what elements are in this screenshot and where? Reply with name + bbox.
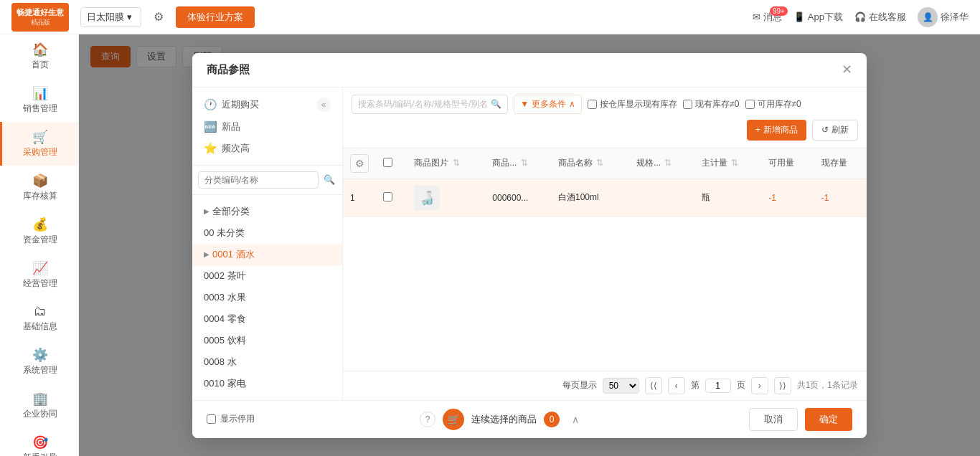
- category-item-0002[interactable]: 0002 茶叶: [192, 265, 342, 287]
- settings-icon[interactable]: ⚙: [147, 6, 170, 29]
- checkbox-warehouse-stock-label: 按仓库显示现有库存: [600, 98, 677, 110]
- sidebar-item-operation[interactable]: 📈 经营管理: [0, 253, 78, 297]
- sidebar-item-finance[interactable]: 💰 资金管理: [0, 209, 78, 253]
- category-item-00[interactable]: 00 未分类: [192, 222, 342, 244]
- modal-body: 🕐 近期购买 « 🆕 新品 ⭐ 频次高: [192, 87, 867, 400]
- sidebar-item-enterprise[interactable]: 🏢 企业协同: [0, 384, 78, 427]
- table-settings-icon[interactable]: ⚙: [350, 154, 369, 173]
- product-table: ⚙ 商品图片 ⇅: [343, 148, 867, 217]
- show-disabled-checkbox[interactable]: 显示停用: [207, 413, 255, 425]
- category-item-0001[interactable]: ▶ 0001 酒水: [192, 244, 342, 265]
- table-row[interactable]: 1 🍶 000600... 白酒100ml: [343, 179, 867, 217]
- page-next-btn[interactable]: ›: [751, 377, 768, 394]
- modal-product-ref: 商品参照 ✕ 🕐 近期购买 « �: [192, 53, 867, 438]
- help-icon[interactable]: ?: [420, 412, 435, 427]
- cancel-button[interactable]: 取消: [749, 408, 798, 431]
- page-last-btn[interactable]: ⟩⟩: [774, 377, 791, 394]
- experience-btn[interactable]: 体验行业方案: [176, 6, 255, 28]
- select-all-checkbox[interactable]: [383, 158, 392, 167]
- modal-right-panel: 搜索条码/编码/名称/规格型号/别名 🔍 ▼ 更多条件 ∧ 按仓库显示现有库存: [343, 87, 867, 400]
- per-page-label: 每页显示: [562, 379, 597, 391]
- modal-footer: 显示停用 ? 🛒 连续选择的商品 0 ∧ 取消 确定: [192, 400, 867, 438]
- checkbox-nonzero-stock[interactable]: 现有库存≠0: [683, 98, 739, 110]
- sidebar-label-system: 系统管理: [23, 364, 57, 376]
- nav-item-recent[interactable]: 🕐 近期购买 «: [198, 93, 336, 116]
- sidebar-label-basic: 基础信息: [23, 320, 57, 333]
- sidebar-item-inventory[interactable]: 📦 库存核算: [0, 166, 78, 209]
- sidebar-item-newguide[interactable]: 🎯 新手引导: [0, 427, 78, 456]
- page-prev-btn[interactable]: ‹: [668, 377, 685, 394]
- row-image: 🍶: [407, 179, 485, 217]
- checkbox-nonzero-stock-input[interactable]: [683, 100, 692, 109]
- messages-btn[interactable]: ✉ 消息 99+: [753, 11, 782, 24]
- th-name: 商品名称 ⇅: [551, 148, 629, 179]
- confirm-button[interactable]: 确定: [805, 408, 852, 431]
- page-first-btn[interactable]: ⟨⟨: [645, 377, 662, 394]
- product-search-field[interactable]: 搜索条码/编码/名称/规格型号/别名 🔍: [352, 95, 508, 114]
- category-label-0008: 0008 水: [204, 356, 237, 369]
- sidebar-item-sales[interactable]: 📊 销售管理: [0, 78, 78, 122]
- category-item-all[interactable]: ▶ 全部分类: [192, 201, 342, 222]
- th-code-label: 商品...: [492, 158, 517, 168]
- nav-item-new[interactable]: 🆕 新品: [198, 116, 336, 138]
- logo-title: 畅捷通好生意: [17, 7, 64, 18]
- avatar: 👤: [918, 7, 938, 27]
- app-download-btn[interactable]: 📱 App下载: [793, 11, 843, 24]
- category-label-0001: 0001 酒水: [212, 248, 255, 261]
- store-selector[interactable]: 日太阳膜 ▾: [80, 7, 141, 27]
- logo-sub: 精品版: [31, 18, 50, 27]
- per-page-select[interactable]: 50 10 20 100: [603, 378, 639, 394]
- category-label-all: 全部分类: [212, 205, 250, 218]
- category-item-0004[interactable]: 0004 零食: [192, 308, 342, 330]
- sidebar-label-enterprise: 企业协同: [23, 408, 57, 420]
- sidebar-item-system[interactable]: ⚙️ 系统管理: [0, 340, 78, 384]
- checkbox-warehouse-stock-input[interactable]: [588, 100, 597, 109]
- checkbox-available-nonzero[interactable]: 可用库存≠0: [745, 98, 801, 110]
- show-disabled-input[interactable]: [207, 414, 216, 424]
- product-thumbnail: 🍶: [414, 185, 440, 211]
- row-code: 000600...: [485, 179, 551, 217]
- nav-item-frequent[interactable]: ⭐ 频次高: [198, 138, 336, 159]
- sidebar-item-purchase[interactable]: 🛒 采购管理: [0, 122, 78, 166]
- category-item-0005[interactable]: 0005 饮料: [192, 330, 342, 351]
- sort-image-icon: ⇅: [453, 158, 460, 168]
- sidebar-item-home[interactable]: 🏠 首页: [0, 34, 78, 78]
- cart-icon[interactable]: 🛒: [443, 409, 464, 430]
- sidebar-label-home: 首页: [32, 59, 49, 71]
- checkbox-available-nonzero-input[interactable]: [745, 100, 755, 109]
- category-item-0003[interactable]: 0003 水果: [192, 287, 342, 308]
- category-item-0008[interactable]: 0008 水: [192, 351, 342, 373]
- modal-pagination: 每页显示 50 10 20 100 ⟨⟨ ‹ 第 页: [343, 371, 867, 400]
- message-icon: ✉: [753, 11, 760, 22]
- refresh-btn[interactable]: ↺ 刷新: [812, 120, 858, 141]
- checkbox-nonzero-stock-label: 现有库存≠0: [695, 98, 739, 110]
- page-total-info: 共1页，1条记录: [797, 379, 858, 391]
- dropdown-arrow-icon: ▾: [127, 11, 132, 22]
- page-label: 第: [691, 379, 699, 391]
- checkbox-warehouse-stock[interactable]: 按仓库显示现有库存: [588, 98, 677, 110]
- th-settings: ⚙: [343, 148, 376, 179]
- sidebar-label-newguide: 新手引导: [23, 452, 57, 456]
- nav-collapse-btn[interactable]: «: [316, 98, 331, 112]
- th-code: 商品... ⇅: [485, 148, 551, 179]
- sort-spec-icon: ⇅: [664, 158, 672, 168]
- row-select-checkbox[interactable]: [383, 192, 392, 201]
- user-btn[interactable]: 👤 徐泽华: [918, 7, 969, 27]
- sidebar-item-basic[interactable]: 🗂 基础信息: [0, 297, 78, 340]
- row-checkbox: [376, 179, 407, 217]
- collapse-cart-btn[interactable]: ∧: [567, 411, 584, 428]
- add-product-btn[interactable]: + 新增商品: [747, 120, 806, 141]
- navbar: 畅捷通好生意 精品版 日太阳膜 ▾ ⚙ 体验行业方案 ✉ 消息 99+ 📱 Ap…: [0, 0, 980, 34]
- messages-badge: 99+: [770, 6, 788, 16]
- category-label-0003: 0003 水果: [204, 291, 246, 304]
- online-service-btn[interactable]: 🎧 在线客服: [854, 11, 906, 24]
- category-search-btn[interactable]: 🔍: [321, 171, 336, 189]
- more-filter-btn[interactable]: ▼ 更多条件 ∧: [514, 95, 582, 114]
- recent-icon: 🕐: [204, 98, 217, 111]
- modal-overlay: 商品参照 ✕ 🕐 近期购买 « �: [79, 34, 980, 456]
- category-item-0010[interactable]: 0010 家电: [192, 373, 342, 394]
- page-unit: 页: [737, 379, 745, 391]
- modal-close-icon[interactable]: ✕: [842, 63, 852, 76]
- category-search-input[interactable]: [198, 171, 319, 189]
- page-number-input[interactable]: [705, 379, 731, 393]
